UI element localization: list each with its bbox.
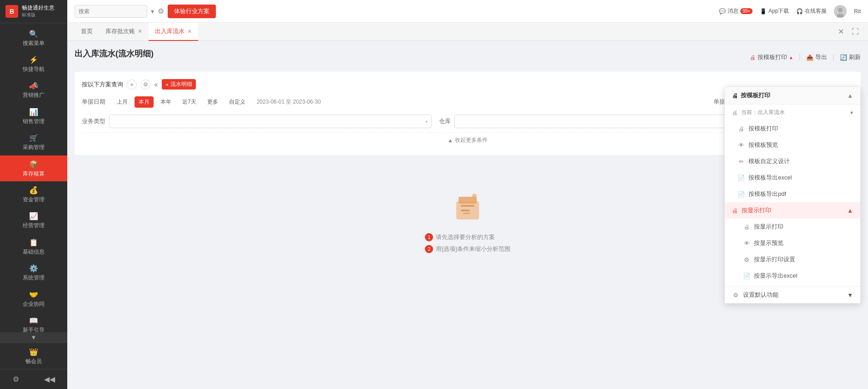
collapse-sidebar-icon[interactable]: ◀◀ [44,375,55,384]
template-custom-label: 模板自定义设计 [748,157,790,165]
dropdown-template-preview[interactable]: 👁 按模板预览 [725,137,860,153]
dropdown-template-export-pdf[interactable]: 📄 按模板导出pdf [725,186,860,202]
date-btn-current-month[interactable]: 本月 [135,96,154,108]
sidebar-item-marketing[interactable]: 📣 营销推广 [0,77,67,103]
app-download-icon: 📱 [760,8,767,15]
empty-illustration [449,188,486,224]
tip-num-1: 1 [425,233,433,241]
display-excel-icon: 📄 [743,272,750,279]
dropdown-template-export-excel[interactable]: 📄 按模板导出excel [725,170,860,186]
date-btn-custom[interactable]: 自定义 [225,96,249,108]
sidebar-label-business: 经营管理 [23,222,45,229]
export-label: 导出 [815,53,827,61]
business-type-input[interactable]: ▾ [109,115,432,128]
filter-add-btn[interactable]: + [127,80,137,90]
dropdown-display-export-excel[interactable]: 📄 按显示导出excel [725,268,860,284]
warehouse-label: 仓库 [439,117,451,125]
sidebar-item-member[interactable]: 👑 畅会员 [0,343,67,369]
settings-bottom-icon[interactable]: ⚙ [13,375,19,384]
tab-home-label: 首页 [81,27,93,35]
filter-settings-btn[interactable]: ⚙ [140,80,150,90]
dropdown-header-arrow[interactable]: ▲ [847,92,853,99]
dropdown-current-item[interactable]: 🖨 当前：出入库流水 ▾ [725,105,860,120]
tab-inout-flow[interactable]: 出入库流水 ✕ [149,23,198,41]
dropdown-display-section-header[interactable]: 🖨 按显示打印 ▲ [725,202,860,219]
app-download-btn[interactable]: 📱 App下载 [760,7,789,15]
sidebar-item-quick-nav[interactable]: ⚡ 快捷导航 [0,51,67,77]
top-header-right: 💬 消息 99+ 📱 App下载 🎧 在线客服 Rit [719,5,861,18]
message-btn[interactable]: 💬 消息 99+ [719,7,753,15]
export-btn[interactable]: 📤 导出 [806,53,827,61]
sidebar-item-inventory[interactable]: 📦 库存核算 [0,155,67,181]
sidebar-label-marketing: 营销推广 [23,92,45,98]
page-header-right: 🖨 按模板打印 ▲ | 📤 导出 | 🔄 刷新 [750,53,861,61]
business-icon: 📈 [29,212,38,220]
tab-batch-account-close[interactable]: ✕ [138,28,142,35]
template-preview-label: 按模板预览 [748,141,778,149]
tip-text-1: 请先选择要分析的方案 [436,231,495,243]
industry-btn[interactable]: 体验行业方案 [168,5,216,18]
tab-home[interactable]: 首页 [75,23,99,41]
sidebar-label-inventory: 库存核算 [23,170,45,177]
print-template-arrow: ▲ [789,55,793,60]
tab-batch-account[interactable]: 库存批次账 ✕ [99,23,149,41]
dropdown-display-preview[interactable]: 👁 按显示预览 [725,235,860,251]
template-preview-icon: 👁 [738,141,745,149]
user-avatar[interactable] [834,5,847,18]
header-gear-icon[interactable]: ⚙ [158,7,164,15]
sidebar-logo: B 畅捷通好生意 标准版 [0,0,67,23]
tab-expand-btn[interactable]: ⛶ [850,26,861,37]
filter-tag[interactable]: ● 流水明细 [162,79,196,90]
page-title: 出入库流水(流水明细) [75,48,154,59]
svg-point-8 [472,194,477,198]
online-service-btn[interactable]: 🎧 在线客服 [796,7,827,15]
dropdown-template-print[interactable]: 🖨 按模板打印 [725,120,860,137]
date-btn-last-month[interactable]: 上月 [113,96,132,108]
sidebar-scroll-down[interactable]: ▼ [0,332,67,343]
sidebar-item-guide[interactable]: 📖 新手引导 [0,312,67,332]
username-label[interactable]: Rit [854,8,861,15]
collapse-label: 收起更多条件 [455,136,488,144]
display-preview-icon: 👁 [743,239,750,247]
sidebar-item-basic-info[interactable]: 📋 基础信息 [0,234,67,259]
svg-rect-5 [461,205,474,207]
search-dropdown-icon[interactable]: ▾ [151,8,154,15]
dropdown-display-print[interactable]: 🖨 按显示打印 [725,219,860,235]
tab-bar-actions: ✕ ⛶ [835,26,861,37]
sidebar-item-finance[interactable]: 💰 资金管理 [0,181,67,207]
date-btn-more[interactable]: 更多 [203,96,222,108]
sidebar-item-business[interactable]: 📈 经营管理 [0,207,67,233]
template-print-label: 按模板打印 [748,125,778,133]
display-section-arrow: ▲ [847,207,853,214]
print-template-label: 按模板打印 [758,53,787,61]
date-btn-current-year[interactable]: 本年 [156,96,175,108]
logo-text: 畅捷通好生意 标准版 [22,5,55,18]
tab-inout-flow-close[interactable]: ✕ [187,28,192,35]
date-range-text: 2023-06-01 至 2023-06-30 [257,98,321,106]
sidebar-label-guide: 新手引导 [23,327,45,332]
dropdown-template-custom[interactable]: ✏ 模板自定义设计 [725,153,860,170]
dropdown-header-title: 🖨 按模板打印 [732,91,770,100]
sidebar-item-system[interactable]: ⚙️ 系统管理 [0,259,67,285]
sidebar-item-sales[interactable]: 📊 销售管理 [0,103,67,129]
purchase-icon: 🛒 [29,134,38,142]
date-btn-last-7[interactable]: 近7天 [178,96,200,108]
sidebar-item-search-menu[interactable]: 🔍 搜索菜单 [0,25,67,51]
print-template-btn[interactable]: 🖨 按模板打印 ▲ [750,53,793,61]
filter-gear-icon: ⚙ [143,81,148,88]
tab-close-btn[interactable]: ✕ [835,26,846,37]
refresh-btn[interactable]: 🔄 刷新 [840,53,861,61]
sidebar-label-basic-info: 基础信息 [23,249,45,255]
search-input[interactable] [75,5,147,18]
dropdown-display-settings[interactable]: ⚙ 按显示打印设置 [725,251,860,268]
filter-collapse-btn[interactable]: « [154,80,158,89]
logo-icon: B [5,5,18,18]
sidebar-item-cooperation[interactable]: 🤝 企业协同 [0,286,67,312]
guide-icon: 📖 [29,316,38,325]
dropdown-scroll: 🖨 当前：出入库流水 ▾ 🖨 按模板打印 👁 按模板预览 ✏ [725,105,860,286]
sidebar-item-purchase[interactable]: 🛒 采购管理 [0,129,67,155]
page-header: 出入库流水(流水明细) 🖨 按模板打印 ▲ | 📤 导出 | 🔄 [75,48,861,66]
dropdown-set-default-btn[interactable]: ⚙ 设置默认功能 ▼ [725,286,860,303]
sales-icon: 📊 [29,108,38,116]
display-section-label: 按显示打印 [742,206,771,214]
